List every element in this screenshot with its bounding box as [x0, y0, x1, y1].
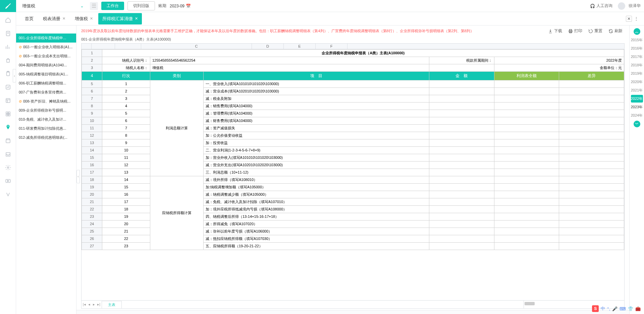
year-option[interactable]: 2019年	[631, 70, 643, 77]
nav-bag-icon[interactable]	[5, 57, 11, 64]
cell[interactable]	[494, 183, 559, 191]
cell[interactable]	[494, 228, 559, 235]
cell[interactable]	[494, 220, 559, 228]
form-list-item[interactable]: 005-纳税调整项目明细表(A1...	[16, 70, 76, 79]
cell[interactable]	[559, 235, 624, 242]
cell[interactable]	[494, 146, 559, 154]
cell[interactable]	[494, 213, 559, 220]
cell[interactable]	[429, 213, 494, 220]
cell[interactable]	[494, 242, 559, 250]
cell[interactable]	[559, 161, 624, 169]
h-scrollbar[interactable]	[525, 302, 535, 305]
cell[interactable]	[429, 176, 494, 183]
company-selector[interactable]: 增值税 ⌄	[19, 3, 87, 9]
form-list-item[interactable]: 004-期间费用明细表(A1040...	[16, 61, 76, 70]
ime-lang-icon[interactable]: 中	[601, 306, 605, 312]
nav-home-icon[interactable]	[5, 17, 11, 23]
nav-archive-icon[interactable]	[5, 137, 11, 144]
form-list-item[interactable]: ⊘002-一般企业收入明细表(A1...	[16, 43, 76, 52]
cell[interactable]	[429, 228, 494, 235]
ime-skin-icon[interactable]: 👕	[628, 306, 633, 311]
cell[interactable]	[429, 132, 494, 139]
cell[interactable]	[494, 161, 559, 169]
cell[interactable]	[429, 183, 494, 191]
ime-mic-icon[interactable]: 🎤	[612, 306, 618, 311]
cell[interactable]	[559, 132, 624, 139]
cell[interactable]	[559, 220, 624, 228]
cell[interactable]	[494, 198, 559, 205]
avatar[interactable]	[618, 2, 625, 10]
cell[interactable]	[494, 80, 559, 87]
cell[interactable]	[559, 124, 624, 132]
sheet-tab-main[interactable]: 主表	[102, 301, 122, 308]
switch-old-button[interactable]: 切到旧版	[127, 1, 155, 10]
cell[interactable]	[494, 176, 559, 183]
year-option[interactable]: 2017年	[631, 53, 643, 61]
tab-0[interactable]: 首页	[21, 13, 38, 24]
year-option[interactable]: 2018年	[631, 61, 643, 69]
cell[interactable]	[429, 139, 494, 146]
nav-tax-icon[interactable]	[5, 124, 11, 131]
cell[interactable]	[559, 191, 624, 198]
cell[interactable]	[559, 198, 624, 205]
form-list-item[interactable]: 006-职工薪酬纳税调整明细...	[16, 79, 76, 88]
form-list-item[interactable]: ⊘008-资产折旧、摊销及纳税...	[16, 97, 76, 106]
cell[interactable]	[559, 139, 624, 146]
cell[interactable]	[559, 154, 624, 161]
cell[interactable]	[559, 146, 624, 154]
form-list-item[interactable]: 010-免税、减计收入及加计...	[16, 115, 76, 124]
cell[interactable]	[429, 161, 494, 169]
consult-link[interactable]: 🎧 人工咨询	[590, 3, 612, 9]
ime-punct-icon[interactable]: °,	[607, 306, 610, 311]
reset-button[interactable]: 重置	[588, 28, 602, 34]
cell[interactable]	[429, 205, 494, 213]
cell[interactable]	[494, 205, 559, 213]
form-list-item[interactable]: 007-广告费和业务宣传费跨...	[16, 88, 76, 97]
period-picker[interactable]: 2023-09 📅	[170, 4, 191, 8]
tabs-menu-icon[interactable]: ⋮	[633, 16, 639, 22]
form-list-item[interactable]: 009-企业所得税弥补亏损明...	[16, 106, 76, 115]
ime-toolbox-icon[interactable]: 🧰	[635, 306, 641, 311]
tab-3[interactable]: 所得税汇算清缴✕	[98, 13, 142, 24]
form-list-item[interactable]: 012-减免所得税优惠明细表(...	[16, 133, 76, 142]
ime-keyboard-icon[interactable]: ⌨	[620, 306, 626, 311]
nav-inbox-icon[interactable]	[5, 151, 11, 158]
refresh-button[interactable]: 刷新	[608, 28, 623, 34]
nav-chart-icon[interactable]	[5, 44, 11, 50]
close-icon[interactable]: ✕	[62, 16, 65, 21]
print-button[interactable]: 打印	[568, 28, 582, 34]
cell[interactable]	[429, 124, 494, 132]
cell[interactable]	[429, 87, 494, 95]
cell[interactable]	[559, 117, 624, 124]
form-list-item[interactable]: 001-企业所得税年度纳税申...	[16, 34, 76, 43]
year-option[interactable]: 2021年	[631, 86, 643, 94]
year-option[interactable]: 2022年	[631, 95, 643, 103]
nav-grid-icon[interactable]	[5, 111, 11, 117]
year-up-icon[interactable]: ︽	[634, 28, 640, 35]
cell[interactable]	[494, 154, 559, 161]
ime-logo-icon[interactable]: S	[592, 305, 599, 312]
cell[interactable]	[559, 87, 624, 95]
nav-template-icon[interactable]	[5, 97, 11, 104]
workspace-button[interactable]: 工作台	[101, 2, 124, 10]
cell[interactable]	[494, 110, 559, 117]
cell[interactable]	[559, 169, 624, 176]
cell[interactable]	[429, 110, 494, 117]
collapse-left-handle[interactable]: ‹	[76, 170, 80, 183]
cell[interactable]	[559, 176, 624, 183]
nav-v-icon[interactable]	[5, 191, 11, 198]
cell[interactable]	[494, 139, 559, 146]
close-icon[interactable]: ✕	[90, 16, 93, 21]
cell[interactable]	[559, 102, 624, 110]
form-list-item[interactable]: ⊘003-一般企业成本支出明细...	[16, 52, 76, 61]
cell[interactable]	[494, 102, 559, 110]
year-option[interactable]: 2023年	[631, 103, 643, 111]
nav-doc-icon[interactable]	[5, 30, 11, 37]
cell[interactable]	[429, 117, 494, 124]
cell[interactable]	[429, 220, 494, 228]
year-down-icon[interactable]: ︾	[634, 121, 640, 127]
form-list-item[interactable]: 011-研发费用加计扣除优惠...	[16, 124, 76, 133]
year-option[interactable]: 2024年	[631, 112, 643, 119]
collapse-right-handle[interactable]: ›	[13, 69, 16, 82]
cell[interactable]	[494, 132, 559, 139]
